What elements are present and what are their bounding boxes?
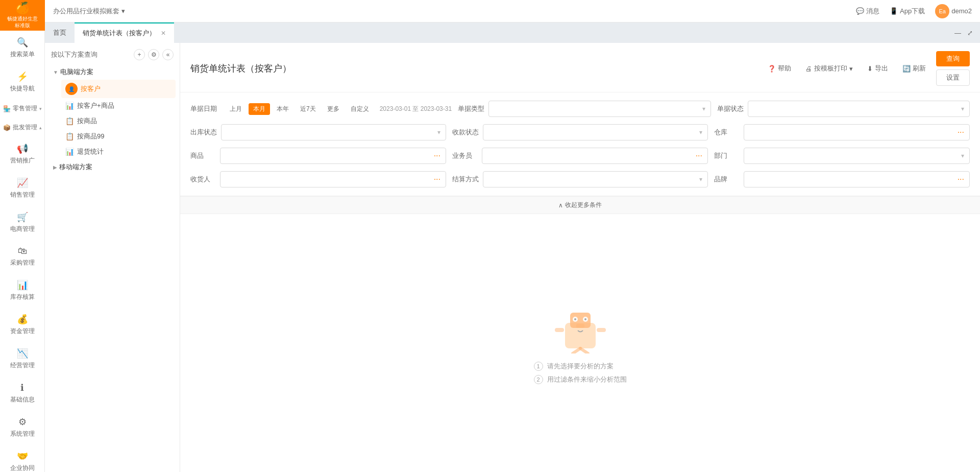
refresh-icon: 🔄 [902,65,911,73]
sidebar-item-purchase[interactable]: 🛍 采购管理 [0,240,44,273]
add-icon: + [137,51,141,58]
date-btn-this-month[interactable]: 本月 [249,103,270,115]
tab-sales-stats[interactable]: 销货单统计表（按客户） ✕ [75,22,174,43]
brand-ellipsis[interactable]: ··· [958,175,964,184]
svg-rect-8 [597,328,606,332]
collapse-bar[interactable]: ∧ 收起更多条件 [180,196,980,214]
tree-parent-desktop[interactable]: ▼ 电脑端方案 [49,64,176,80]
tree-parent-mobile[interactable]: ▶ 移动端方案 [49,159,176,175]
operation-icon: 📉 [17,348,28,359]
add-scheme-btn[interactable]: + [134,49,145,60]
settings-scheme-btn[interactable]: ⚙ [148,49,159,60]
export-btn[interactable]: ⬇ 导出 [863,62,892,75]
query-btn[interactable]: 查询 [936,51,970,66]
sidebar-item-inventory[interactable]: 📊 库存核算 [0,273,44,308]
date-btn-custom[interactable]: 自定义 [346,103,374,115]
settings-icon: ⚙ [151,51,157,58]
tree-mobile-label: 移动端方案 [59,162,92,172]
goods-input[interactable]: ··· [220,148,446,164]
refresh-btn[interactable]: 🔄 刷新 [898,62,930,75]
window-maximize-btn[interactable]: ⤢ [964,29,976,37]
salesperson-input[interactable]: ··· [482,148,708,164]
receipt-status-input[interactable]: ▾ [483,124,708,140]
help-btn[interactable]: ❓ 帮助 [764,62,795,75]
retail-icon: 🏪 [3,105,11,112]
sidebar-item-search[interactable]: 🔍 搜索菜单 [0,31,44,65]
brand-input[interactable]: ··· [744,171,970,187]
tree-item-return-stats[interactable]: 📊 退货统计 [61,144,176,159]
inventory-icon: 📊 [17,279,28,291]
collapse-panel-btn[interactable]: « [162,49,174,60]
template-print-btn[interactable]: 🖨 按模板打印 ▾ [801,62,857,75]
sidebar-item-finance[interactable]: 💰 资金管理 [0,308,44,342]
order-type-filter: 单据类型 ▾ [458,101,710,117]
logo[interactable]: 🍊 畅捷通好生意 标准版 [0,0,45,31]
tree-item-by-customer[interactable]: 👤 按客户 [61,80,176,98]
brand-label: 品牌 [714,175,740,184]
goods-ellipsis[interactable]: ··· [434,151,440,160]
date-btn-7days[interactable]: 近7天 [296,103,321,115]
filter-area: 单据日期 上月 本月 本年 近7天 更多 自定义 2023-03-01 至 20… [180,92,980,196]
settings-btn[interactable]: 设置 [936,69,970,86]
receipt-status-filter: 收款状态 ▾ [452,124,708,140]
salesperson-ellipsis[interactable]: ··· [696,151,702,160]
app-download-btn[interactable]: 📱 App下载 [890,7,925,16]
header-right: 💬 消息 📱 App下载 Ea demo2 [856,4,972,18]
sidebar-item-system[interactable]: ⚙ 系统管理 [0,410,44,444]
sidebar-item-wholesale[interactable]: 📦 批发管理 ▴ [0,118,44,137]
window-minimize-btn[interactable]: — [951,29,964,37]
sidebar-item-enterprise[interactable]: 🤝 企业协同 [0,444,44,472]
settlement-input[interactable]: ▾ [483,171,708,187]
tree-item-return-stats-label: 退货统计 [77,147,104,156]
tree-item-by-customer-goods[interactable]: 📊 按客户+商品 [61,98,176,113]
industry-label: 办公用品行业模拟账套 [53,7,119,16]
sidebar-item-retail[interactable]: 🏪 零售管理 ▾ [0,99,44,118]
sidebar-item-marketing[interactable]: 📢 营销推广 [0,137,44,171]
empty-tip-2: 2 用过滤条件来缩小分析范围 [534,375,627,384]
date-btn-this-year[interactable]: 本年 [272,103,293,115]
print-dropdown-icon: ▾ [849,65,853,73]
order-status-input[interactable]: ▾ [748,101,970,117]
out-status-label: 出库状态 [190,128,217,137]
sidebar-item-sales-mgmt[interactable]: 📈 销售管理 [0,171,44,205]
tree-item-by-goods[interactable]: 📋 按商品 [61,113,176,129]
help-label: 帮助 [778,64,791,73]
table-icon-2: 📋 [65,132,74,140]
empty-tip-1: 1 请先选择要分析的方案 [534,362,627,371]
sidebar-item-wholesale-label: 批发管理 [13,123,37,132]
sidebar-item-shortcut[interactable]: ⚡ 快捷导航 [0,65,44,99]
industry-selector[interactable]: 办公用品行业模拟账套 ▾ [53,7,125,16]
ecommerce-icon: 🛒 [17,211,28,223]
sidebar-item-ecommerce-label: 电商管理 [10,225,35,233]
tree-item-by-goods-99[interactable]: 📋 按商品99 [61,129,176,144]
sidebar-item-ecommerce[interactable]: 🛒 电商管理 [0,205,44,240]
tab-home[interactable]: 首页 [45,22,75,43]
sidebar-item-basic[interactable]: ℹ 基础信息 [0,376,44,410]
tab-sales-stats-close[interactable]: ✕ [161,30,166,37]
department-input[interactable]: ▾ [744,148,970,164]
empty-svg [550,302,611,353]
date-btn-last-month[interactable]: 上月 [225,103,247,115]
sidebar-item-purchase-label: 采购管理 [10,258,35,267]
refresh-label: 刷新 [913,64,926,73]
user-info[interactable]: Ea demo2 [935,4,972,18]
tab-sales-stats-label: 销货单统计表（按客户） [83,29,156,38]
consignee-input[interactable]: ··· [220,171,446,187]
svg-line-10 [580,348,588,353]
order-type-input[interactable]: ▾ [488,101,710,117]
message-label: 消息 [866,7,879,16]
sidebar-item-operation[interactable]: 📉 经营管理 [0,342,44,376]
shortcut-icon: ⚡ [17,71,28,82]
out-status-input[interactable]: ▾ [221,124,446,140]
date-btn-more[interactable]: 更多 [323,103,344,115]
active-dot-icon: 👤 [68,86,75,92]
warehouse-filter: 仓库 ··· [714,124,970,140]
sidebar: 🍊 畅捷通好生意 标准版 🔍 搜索菜单 ⚡ 快捷导航 🏪 零售管理 ▾ 📦 批发… [0,0,45,472]
message-btn[interactable]: 💬 消息 [856,7,879,16]
main-area: 办公用品行业模拟账套 ▾ 💬 消息 📱 App下载 Ea demo2 首页 [45,0,980,472]
settlement-dropdown: ▾ [699,176,702,183]
enterprise-icon: 🤝 [17,451,28,462]
warehouse-ellipsis[interactable]: ··· [958,128,964,137]
warehouse-input[interactable]: ··· [744,124,970,140]
consignee-ellipsis[interactable]: ··· [434,175,440,184]
